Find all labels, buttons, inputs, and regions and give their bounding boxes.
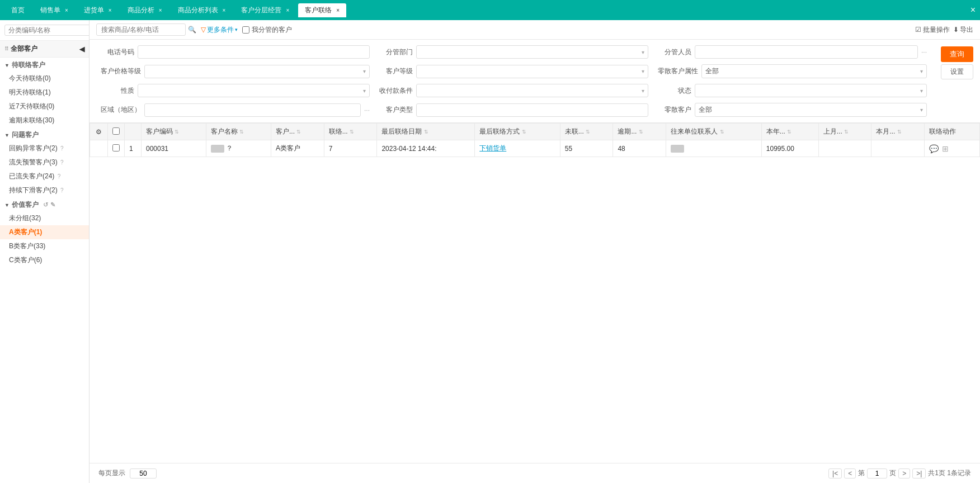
filter-search-input[interactable] <box>96 23 186 36</box>
table-wrap[interactable]: ⚙ 客户编码 ⇅ 客户名称 ⇅ 客户... ⇅ 联络... ⇅ 最后联络日期 ⇅… <box>89 123 980 463</box>
setting-button[interactable]: 设置 <box>941 64 973 79</box>
th-customer-code[interactable]: 客户编码 ⇅ <box>142 124 206 140</box>
nav-tab-customer-contact[interactable]: 客户联络 × <box>298 3 346 17</box>
sidebar-collapse-icon[interactable]: ◀ <box>79 45 84 53</box>
th-unit-contacts[interactable]: 往来单位联系人 ⇅ <box>666 124 762 140</box>
scatter-attr-select[interactable]: 全部 ▾ <box>701 64 927 78</box>
pager-first-button[interactable]: |< <box>828 468 842 479</box>
lost-predicted-help-icon[interactable]: ? <box>60 159 64 165</box>
sidebar-item-class-b[interactable]: B类客户(33) <box>0 239 89 253</box>
row-checkbox[interactable] <box>112 144 120 151</box>
td-last-contact-method[interactable]: 下销货单 <box>475 140 560 157</box>
search-button[interactable]: 查询 <box>941 46 973 62</box>
nav-tab-home[interactable]: 首页 <box>4 3 31 17</box>
nav-tab-goods-analysis[interactable]: 商品分析 × <box>121 3 169 17</box>
customer-level-select[interactable]: ▾ <box>416 65 648 78</box>
nav-tab-sales[interactable]: 销售单 × <box>34 3 75 17</box>
sidebar-item-overdue[interactable]: 逾期未联络(30) <box>0 113 89 127</box>
lost-help-icon[interactable]: ? <box>58 173 61 179</box>
th-customer-type[interactable]: 客户... ⇅ <box>271 124 324 140</box>
pager-next-button[interactable]: > <box>898 468 910 479</box>
td-checkbox[interactable] <box>108 140 125 157</box>
batch-op-button[interactable]: ☑ 批量操作 <box>915 25 950 35</box>
th-settings[interactable]: ⚙ <box>90 124 108 140</box>
pager-buttons: |< < 第 页 > >| 共1页 1条记录 <box>828 468 971 479</box>
th-customer-name[interactable]: 客户名称 ⇅ <box>206 124 271 140</box>
sidebar-item-near7[interactable]: 近7天待联络(0) <box>0 100 89 113</box>
filter-search-icon[interactable]: 🔍 <box>188 26 196 34</box>
sort-icon-this-year: ⇅ <box>787 129 791 135</box>
nav-tab-customer-segment-close[interactable]: × <box>286 7 289 13</box>
th-overdue[interactable]: 逾期... ⇅ <box>613 124 666 140</box>
qr-icon[interactable]: ⊞ <box>942 144 949 153</box>
close-all-tabs-button[interactable]: × <box>970 5 976 15</box>
page-number-input[interactable] <box>867 468 887 479</box>
nav-tab-sales-close[interactable]: × <box>65 7 68 13</box>
pending-contact-label: 待联络客户 <box>12 60 45 70</box>
export-button[interactable]: ⬇ 导出 <box>953 25 973 35</box>
sidebar-item-today[interactable]: 今天待联络(0) <box>0 72 89 86</box>
nav-tab-customer-segment[interactable]: 客户分层经营 × <box>234 3 296 17</box>
th-no-contact[interactable]: 未联... ⇅ <box>560 124 613 140</box>
th-contact[interactable]: 联络... ⇅ <box>324 124 377 140</box>
price-level-select[interactable]: ▾ <box>144 65 370 78</box>
nav-tab-goods-analysis-list[interactable]: 商品分析列表 × <box>171 3 233 17</box>
grid-icon: ⠿ <box>4 46 8 52</box>
manager-dots[interactable]: ··· <box>921 48 927 56</box>
per-page-input[interactable] <box>130 468 157 479</box>
sidebar-group-problem-customers[interactable]: ▼ 问题客户 <box>0 127 89 141</box>
last-contact-method-link[interactable]: 下销货单 <box>479 144 506 152</box>
manager-input[interactable] <box>695 45 918 59</box>
customer-type-label: 客户类型 <box>379 105 413 115</box>
nav-tab-purchase[interactable]: 进货单 × <box>77 3 119 17</box>
phone-input[interactable] <box>138 45 370 59</box>
th-this-year[interactable]: 本年... ⇅ <box>761 124 818 140</box>
select-all-checkbox[interactable] <box>112 127 120 135</box>
customer-type-select[interactable] <box>416 103 648 117</box>
chat-icon[interactable]: 💬 <box>929 144 939 153</box>
dept-select[interactable]: ▾ <box>416 45 648 59</box>
sidebar-item-tomorrow[interactable]: 明天待联络(1) <box>0 86 89 100</box>
sidebar-item-lost-predicted[interactable]: 流失预警客户(3) ? <box>0 155 89 169</box>
pager-last-button[interactable]: >| <box>912 468 926 479</box>
all-customers-header[interactable]: ⠿ 全部客户 ◀ <box>0 41 89 58</box>
sidebar-item-class-c[interactable]: C类客户(6) <box>0 253 89 267</box>
nav-tab-goods-analysis-list-close[interactable]: × <box>223 7 226 13</box>
nature-select[interactable]: ▾ <box>138 84 370 97</box>
th-checkbox[interactable] <box>108 124 125 140</box>
my-customers-checkbox-label[interactable]: 我分管的客户 <box>242 25 292 35</box>
nav-tab-purchase-close[interactable]: × <box>109 7 112 13</box>
value-customers-label: 价值客户 <box>12 200 39 210</box>
sidebar-item-continuous-down[interactable]: 持续下滑客户(2) ? <box>0 183 89 197</box>
chevron-down-icon: ▾ <box>235 27 238 32</box>
sidebar-group-value-customers[interactable]: ▼ 价值客户 ↺ ✎ <box>0 197 89 211</box>
th-last-contact-method[interactable]: 最后联络方式 ⇅ <box>475 124 560 140</box>
th-last-month[interactable]: 上月... ⇅ <box>818 124 871 140</box>
th-last-contact-date[interactable]: 最后联络日期 ⇅ <box>377 124 475 140</box>
repeat-abnormal-help-icon[interactable]: ? <box>60 145 64 151</box>
my-customers-checkbox[interactable] <box>242 26 249 34</box>
sidebar-item-lost[interactable]: 已流失客户(24) ? <box>0 169 89 183</box>
region-dots[interactable]: ··· <box>364 106 370 114</box>
td-this-month <box>871 140 925 157</box>
sidebar-item-repeat-abnormal[interactable]: 回购异常客户(2) ? <box>0 141 89 155</box>
status-select[interactable]: ▾ <box>695 84 927 97</box>
th-this-month[interactable]: 本月... ⇅ <box>871 124 925 140</box>
sidebar-search-input[interactable] <box>4 25 89 36</box>
scatter-customer-select[interactable]: 全部 ▾ <box>695 103 927 117</box>
refresh-icon[interactable]: ↺ <box>43 201 48 209</box>
sidebar-group-pending-contact[interactable]: ▼ 待联络客户 <box>0 58 89 72</box>
pager-prev-button[interactable]: < <box>844 468 856 479</box>
data-table: ⚙ 客户编码 ⇅ 客户名称 ⇅ 客户... ⇅ 联络... ⇅ 最后联络日期 ⇅… <box>89 123 980 157</box>
filter-search-wrap: 🔍 <box>96 23 196 36</box>
nav-tab-goods-analysis-close[interactable]: × <box>159 7 162 13</box>
continuous-down-help-icon[interactable]: ? <box>60 187 64 193</box>
th-contact-action: 联络动作 <box>925 124 980 140</box>
edit-icon[interactable]: ✎ <box>50 201 55 209</box>
region-input[interactable] <box>144 103 361 117</box>
sidebar-item-class-a[interactable]: A类客户(1) <box>0 225 89 239</box>
nav-tab-customer-contact-close[interactable]: × <box>336 7 340 13</box>
sidebar-item-unclassified[interactable]: 未分组(32) <box>0 211 89 225</box>
filter-more-conditions-button[interactable]: ▽ 更多条件 ▾ <box>201 25 238 35</box>
payment-select[interactable]: ▾ <box>416 84 648 97</box>
